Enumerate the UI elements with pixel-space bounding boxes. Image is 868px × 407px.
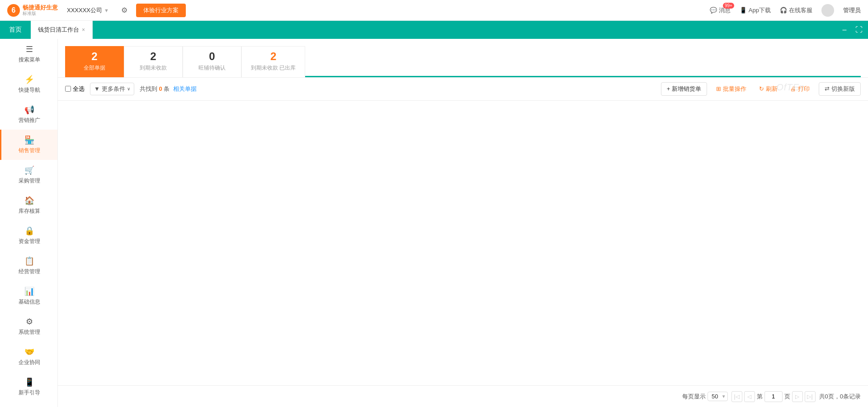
logo-icon: 6 bbox=[7, 4, 20, 17]
last-page-btn[interactable]: ▷| bbox=[805, 391, 816, 402]
stat-tab-all[interactable]: 2 全部单据 bbox=[65, 46, 124, 77]
sidebar-item-inventory[interactable]: 🏠 库存核算 bbox=[0, 190, 57, 220]
basic-info-icon: 📊 bbox=[24, 286, 34, 296]
batch-icon: ⊞ bbox=[716, 85, 721, 92]
stat-tab-wangpu-confirm[interactable]: 0 旺辅待确认 bbox=[183, 46, 241, 77]
sidebar-item-basic-info[interactable]: 📊 基础信息 bbox=[0, 281, 57, 311]
search-menu-icon: ☰ bbox=[26, 44, 33, 54]
next-page-btn[interactable]: ▷ bbox=[792, 391, 803, 402]
sidebar-item-beginner-guide[interactable]: 📱 新手引导 bbox=[0, 372, 57, 402]
list-area bbox=[58, 101, 868, 385]
online-service-action[interactable]: 🎧 在线客服 bbox=[780, 6, 812, 14]
system-icon: ⚙ bbox=[26, 317, 33, 327]
main-layout: ☰ 搜索菜单 ⚡ 快捷导航 📢 营销推广 🏪 销售管理 🛒 采购管理 🏠 库存核… bbox=[0, 39, 868, 407]
batch-ops-btn[interactable]: ⊞ 批量操作 bbox=[712, 83, 750, 95]
page-label: 第 bbox=[757, 393, 763, 401]
sidebar-item-finance[interactable]: 🔒 资金管理 bbox=[0, 220, 57, 251]
sidebar-item-sales[interactable]: 🏪 销售管理 bbox=[0, 130, 57, 160]
message-icon: 💬 bbox=[710, 7, 717, 14]
sidebar: ☰ 搜索菜单 ⚡ 快捷导航 📢 营销推广 🏪 销售管理 🛒 采购管理 🏠 库存核… bbox=[0, 39, 58, 407]
sidebar-item-app-center[interactable]: 🎁 应用中心 bbox=[0, 402, 57, 407]
sidebar-item-operations[interactable]: 📋 经营管理 bbox=[0, 251, 57, 281]
tab-maximize-btn[interactable]: ⛶ bbox=[854, 24, 864, 35]
select-all-checkbox[interactable] bbox=[65, 86, 71, 92]
page-input[interactable] bbox=[764, 391, 783, 402]
content-area: 2 全部单据 2 到期未收款 0 旺辅待确认 2 到期未收款 已出库 bbox=[58, 39, 868, 407]
tab-home[interactable]: 首页 bbox=[0, 21, 31, 39]
refresh-icon: ↻ bbox=[759, 85, 764, 92]
logo-area: 6 畅捷通好生意 标准版 bbox=[7, 4, 58, 17]
print-btn[interactable]: 🖨 打印 bbox=[787, 83, 813, 95]
settings-icon[interactable]: ⚙ bbox=[118, 4, 131, 17]
tab-minimize-btn[interactable]: – bbox=[839, 24, 850, 35]
new-sale-btn[interactable]: + 新增销货单 bbox=[661, 82, 707, 96]
page-end-label: 页 bbox=[784, 393, 790, 401]
switch-icon: ⇄ bbox=[825, 85, 830, 92]
finance-icon: 🔒 bbox=[24, 226, 34, 236]
chevron-icon: ∨ bbox=[127, 86, 130, 91]
header-left: 6 畅捷通好生意 标准版 XXXXXX公司 ▼ ⚙ 体验行业方案 bbox=[7, 4, 186, 17]
stat-tab-overdue-unpaid[interactable]: 2 到期未收款 bbox=[124, 46, 183, 77]
tab-controls: – ⛶ bbox=[839, 24, 868, 35]
enterprise-coop-icon: 🤝 bbox=[24, 347, 34, 357]
quick-nav-icon: ⚡ bbox=[24, 75, 34, 84]
username-label: 管理员 bbox=[843, 6, 861, 14]
pagination-bar: 每页显示 50 ▼ |◁ ◁ 第 页 ▷ ▷| 共0页，0条记录 bbox=[58, 385, 868, 407]
operations-icon: 📋 bbox=[24, 256, 34, 266]
toolbar-left: 全选 ▼ 更多条件 ∨ 共找到 0 条 相关单据 bbox=[65, 83, 656, 95]
page-size-value[interactable]: 50 bbox=[708, 392, 727, 401]
inventory-icon: 🏠 bbox=[24, 196, 34, 206]
stats-tabs: 2 全部单据 2 到期未收款 0 旺辅待确认 2 到期未收款 已出库 bbox=[58, 39, 868, 78]
print-icon: 🖨 bbox=[790, 85, 796, 92]
content-inner: 2 全部单据 2 到期未收款 0 旺辅待确认 2 到期未收款 已出库 bbox=[58, 39, 868, 407]
experience-btn[interactable]: 体验行业方案 bbox=[136, 4, 186, 17]
sidebar-item-system[interactable]: ⚙ 系统管理 bbox=[0, 311, 57, 342]
filter-btn[interactable]: ▼ 更多条件 ∨ bbox=[90, 83, 134, 95]
user-avatar[interactable] bbox=[821, 4, 834, 17]
tab-bar: 首页 钱货日清工作台 × – ⛶ bbox=[0, 21, 868, 39]
switch-new-btn[interactable]: ⇄ 切换新版 bbox=[819, 82, 861, 96]
header-right: 💬 消息 99+ 📱 App下载 🎧 在线客服 管理员 bbox=[710, 4, 861, 17]
sidebar-item-search-menu[interactable]: ☰ 搜索菜单 bbox=[0, 39, 57, 69]
related-link[interactable]: 相关单据 bbox=[173, 85, 197, 92]
page-nav: |◁ ◁ 第 页 ▷ ▷| bbox=[731, 391, 816, 402]
tab-close-btn[interactable]: × bbox=[82, 27, 85, 33]
filter-icon: ▼ bbox=[94, 85, 100, 92]
page-size-label: 每页显示 bbox=[682, 393, 706, 401]
download-icon: 📱 bbox=[740, 7, 747, 14]
found-text: 共找到 0 条 相关单据 bbox=[140, 85, 197, 93]
select-all-area[interactable]: 全选 bbox=[65, 85, 85, 93]
page-size-select: 每页显示 50 ▼ bbox=[682, 393, 727, 401]
tab-active[interactable]: 钱货日清工作台 × bbox=[31, 21, 93, 39]
beginner-guide-icon: 📱 bbox=[24, 377, 34, 387]
toolbar: 全选 ▼ 更多条件 ∨ 共找到 0 条 相关单据 bbox=[58, 78, 868, 101]
app-download-action[interactable]: 📱 App下载 bbox=[740, 6, 771, 14]
found-count: 0 bbox=[159, 85, 162, 92]
stat-tab-overdue-not-shipped[interactable]: 2 到期未收款 已出库 bbox=[241, 46, 305, 77]
logo-text: 畅捷通好生意 标准版 bbox=[23, 4, 58, 17]
page-size-dropdown[interactable]: 50 ▼ bbox=[708, 393, 727, 400]
first-page-btn[interactable]: |◁ bbox=[731, 391, 742, 402]
sidebar-item-purchase[interactable]: 🛒 采购管理 bbox=[0, 160, 57, 190]
sales-icon: 🏪 bbox=[24, 135, 34, 145]
toolbar-right: + 新增销货单 ⊞ 批量操作 ↻ 刷新 🖨 打印 ⇄ bbox=[661, 82, 861, 96]
top-header: 6 畅捷通好生意 标准版 XXXXXX公司 ▼ ⚙ 体验行业方案 💬 消息 99… bbox=[0, 0, 868, 21]
service-icon: 🎧 bbox=[780, 7, 787, 14]
pagination-summary: 共0页，0条记录 bbox=[819, 393, 861, 401]
prev-page-btn[interactable]: ◁ bbox=[744, 391, 755, 402]
chevron-down-icon: ▼ bbox=[104, 8, 109, 13]
sidebar-item-enterprise-coop[interactable]: 🤝 企业协同 bbox=[0, 342, 57, 372]
select-all-label: 全选 bbox=[73, 85, 85, 93]
message-action[interactable]: 💬 消息 99+ bbox=[710, 6, 731, 14]
purchase-icon: 🛒 bbox=[24, 165, 34, 175]
refresh-btn[interactable]: ↻ 刷新 bbox=[755, 83, 781, 95]
sidebar-item-quick-nav[interactable]: ⚡ 快捷导航 bbox=[0, 69, 57, 99]
sidebar-item-marketing[interactable]: 📢 营销推广 bbox=[0, 99, 57, 130]
message-badge: 99+ bbox=[723, 3, 734, 9]
company-selector[interactable]: XXXXXX公司 ▼ bbox=[63, 5, 113, 16]
marketing-icon: 📢 bbox=[24, 105, 34, 115]
tab-underline bbox=[305, 76, 861, 77]
